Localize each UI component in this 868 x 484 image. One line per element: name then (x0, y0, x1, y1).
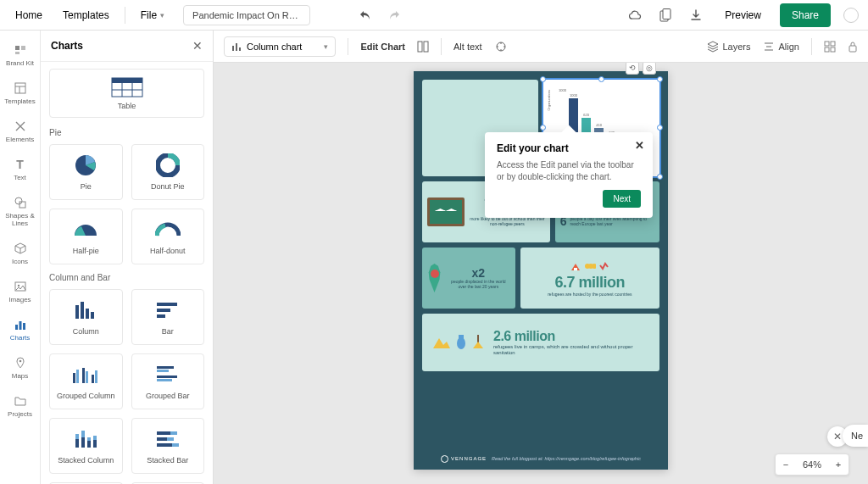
chart-tile-scolumn[interactable]: Stacked Column (49, 418, 123, 474)
chart-type-dropdown[interactable]: Column chart ▾ (224, 36, 336, 57)
next-button[interactable]: Next (603, 190, 641, 208)
float-target-icon[interactable]: ◎ (643, 63, 656, 75)
close-icon[interactable]: ✕ (192, 39, 203, 53)
svg-rect-42 (75, 434, 79, 439)
resize-handle[interactable] (540, 76, 546, 82)
icon-row (432, 333, 487, 350)
rail-projects[interactable]: Projects (0, 387, 41, 425)
rail-icons[interactable]: Icons (0, 234, 41, 272)
rail-label: Charts (10, 334, 31, 342)
footer-text: Read the full blogpost at: https://venng… (492, 456, 641, 461)
chart-tile-sbar[interactable]: Stacked Bar (131, 418, 205, 474)
svg-rect-46 (87, 437, 91, 441)
card-x2[interactable]: x2 people displaced in the world over th… (422, 248, 515, 309)
text-icon: T (13, 157, 28, 172)
chart-tile-column[interactable]: Column (49, 289, 123, 345)
rail-shapes[interactable]: Shapes & Lines (0, 188, 41, 234)
chart-tile-gbar[interactable]: Grouped Bar (131, 353, 205, 409)
cloud-sync-icon[interactable] (625, 5, 645, 25)
copy-icon[interactable] (655, 5, 676, 25)
undo-button[interactable] (355, 5, 376, 25)
resize-handle[interactable] (657, 76, 663, 82)
nav-templates[interactable]: Templates (54, 4, 118, 26)
resize-handle[interactable] (657, 174, 663, 180)
download-icon[interactable] (686, 5, 706, 25)
chart-tile-bar[interactable]: Bar (131, 289, 205, 345)
svg-rect-44 (81, 431, 85, 437)
layers-button[interactable]: Layers (707, 41, 751, 53)
svg-rect-68 (239, 47, 241, 51)
rail-charts[interactable]: Charts (0, 310, 41, 348)
svg-rect-1 (663, 8, 670, 19)
alt-text-button[interactable]: Alt text (453, 42, 482, 52)
close-icon[interactable]: ✕ (635, 139, 644, 152)
redo-button[interactable] (384, 5, 404, 25)
svg-rect-66 (232, 46, 234, 51)
svg-rect-80 (574, 268, 577, 270)
align-button[interactable]: Align (763, 41, 799, 53)
image-icon (13, 279, 28, 294)
svg-rect-14 (19, 321, 21, 330)
svg-rect-40 (157, 379, 172, 381)
rail-images[interactable]: Images (0, 272, 41, 310)
halfpie-icon (69, 218, 103, 242)
card-2-6-million[interactable]: 2.6 million refugees live in camps, whic… (422, 314, 659, 371)
zoom-in-button[interactable]: + (828, 454, 849, 475)
chart-tile-table[interactable]: Table (49, 69, 204, 118)
gcolumn-icon (69, 363, 103, 387)
card-6-7-million[interactable]: 6.7 million refugees are hosted by the p… (520, 248, 659, 309)
zoom-value: 64% (796, 459, 828, 470)
zoom-out-button[interactable]: − (776, 454, 796, 475)
context-toolbar: Column chart ▾ Edit Chart Alt text Layer… (214, 31, 868, 63)
float-swap-icon[interactable]: ⟲ (626, 63, 639, 75)
grid-icon[interactable] (824, 41, 836, 53)
rail-label: Images (8, 296, 31, 303)
resize-handle[interactable] (657, 125, 663, 131)
layers-icon (707, 41, 719, 53)
svg-rect-75 (825, 42, 829, 46)
file-menu[interactable]: File ▾ (132, 4, 173, 26)
resize-handle[interactable] (540, 125, 546, 131)
popover-title: Edit your chart (497, 142, 641, 154)
chart-tile-halfdonut[interactable]: Half-donut (131, 209, 205, 264)
chart-tile-pie[interactable]: Pie (49, 144, 123, 200)
nav-home[interactable]: Home (7, 4, 51, 26)
icon-row (570, 260, 610, 272)
rail-text[interactable]: TText (0, 150, 41, 188)
layout-icon (13, 81, 28, 96)
chart-tile-donut[interactable]: Donut Pie (131, 144, 205, 200)
resize-handle[interactable] (598, 76, 604, 82)
svg-point-84 (457, 337, 465, 349)
svg-rect-3 (15, 46, 19, 50)
rail-maps[interactable]: Maps (0, 348, 41, 387)
share-button[interactable]: Share (780, 3, 831, 27)
rail-templates[interactable]: Templates (0, 74, 41, 112)
table-icon (110, 76, 144, 98)
rail-label: Maps (12, 372, 29, 380)
infographic-page[interactable]: ⟲ ◎ Organizations 1000 100062041027060 P… (414, 71, 668, 470)
document-title-input[interactable]: Pandemic Impact On Refugee Sta... (183, 5, 310, 25)
svg-rect-36 (95, 370, 97, 383)
avatar[interactable] (841, 5, 861, 25)
tile-label: Table (118, 102, 136, 110)
chart-tile-halfpie[interactable]: Half-pie (49, 209, 123, 264)
preview-button[interactable]: Preview (716, 4, 770, 26)
chart-tile-gcolumn[interactable]: Grouped Column (49, 353, 123, 409)
svg-rect-52 (167, 437, 174, 441)
svg-rect-77 (825, 47, 829, 52)
column-chart-icon (231, 42, 242, 52)
canvas-area[interactable]: ⟲ ◎ Organizations 1000 100062041027060 P… (214, 63, 868, 484)
chevron-down-icon: ▾ (160, 11, 164, 19)
rail-elements[interactable]: Elements (0, 112, 41, 150)
top-nav: Home Templates (7, 4, 118, 26)
lock-icon[interactable] (848, 41, 858, 53)
pill-new[interactable]: Ne (843, 425, 868, 447)
venngage-logo: VENNGAGE (441, 455, 487, 463)
settings-split-icon[interactable] (417, 41, 429, 53)
svg-rect-70 (424, 42, 428, 52)
chart-icon (13, 317, 28, 332)
svg-point-12 (17, 285, 19, 287)
edit-chart-button[interactable]: Edit Chart (360, 42, 405, 52)
eye-refresh-icon[interactable] (494, 40, 508, 53)
rail-brand-kit[interactable]: Brand Kit (0, 36, 41, 74)
